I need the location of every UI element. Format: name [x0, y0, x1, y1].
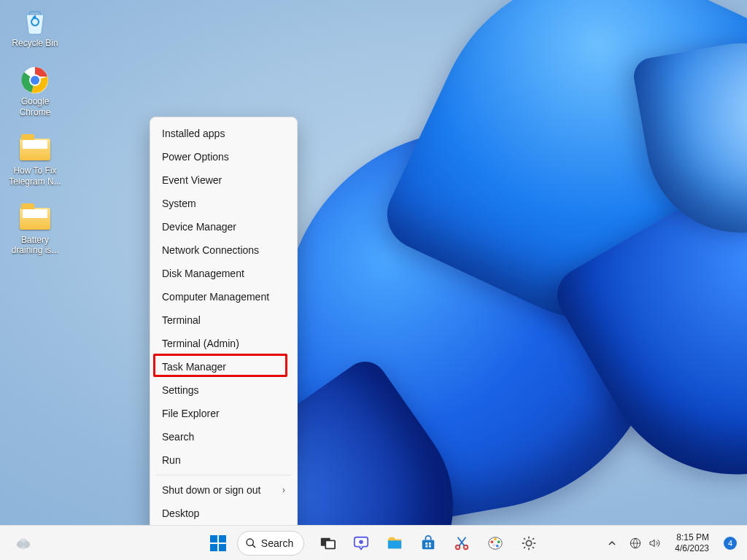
- taskbar-pin-microsoft-store[interactable]: [414, 529, 443, 558]
- notification-badge[interactable]: 4: [724, 537, 737, 550]
- menu-item-shutdown[interactable]: Shut down or sign out ›: [150, 478, 297, 502]
- snipping-tool-icon: [454, 535, 470, 551]
- menu-item-label: Terminal (Admin): [162, 338, 239, 349]
- widgets-button[interactable]: [9, 529, 38, 558]
- menu-item-event-viewer[interactable]: Event Viewer: [150, 168, 297, 192]
- windows-logo-icon: [210, 535, 226, 551]
- tray-date: 4/6/2023: [675, 543, 709, 553]
- menu-item-label: Terminal: [162, 314, 201, 326]
- menu-item-file-explorer[interactable]: File Explorer: [150, 402, 297, 425]
- menu-separator: [156, 475, 291, 475]
- menu-item-power-options[interactable]: Power Options: [150, 145, 297, 168]
- desktop-icon-label: Recycle Bin: [12, 38, 58, 48]
- svg-point-25: [498, 540, 500, 543]
- desktop-icon-folder-telegram[interactable]: How To Fix Telegram N...: [6, 133, 64, 187]
- svg-rect-17: [429, 545, 431, 547]
- tray-time: 8:15 PM: [675, 532, 709, 542]
- svg-rect-15: [429, 542, 431, 545]
- menu-item-label: Settings: [162, 384, 199, 396]
- menu-item-label: Device Manager: [162, 221, 236, 233]
- desktop-icon-label: How To Fix Telegram N...: [9, 166, 61, 187]
- task-view-button[interactable]: [313, 529, 342, 558]
- folder-icon: [19, 203, 51, 235]
- menu-item-label: Power Options: [162, 151, 229, 163]
- desktop-icon-label: Google Chrome: [20, 96, 51, 117]
- svg-point-27: [492, 543, 497, 546]
- winx-context-menu: Installed apps Power Options Event Viewe…: [150, 117, 298, 530]
- menu-item-label: Search: [162, 431, 194, 443]
- taskbar-pin-snipping-tool[interactable]: [447, 529, 476, 558]
- menu-item-device-manager[interactable]: Device Manager: [150, 215, 297, 238]
- volume-icon: [649, 537, 660, 549]
- desktop-icons: Recycle Bin Google Chrome How To Fix Tel…: [6, 6, 64, 256]
- taskbar-pin-chat[interactable]: [347, 529, 376, 558]
- menu-item-network-connections[interactable]: Network Connections: [150, 238, 297, 262]
- menu-item-settings[interactable]: Settings: [150, 378, 297, 402]
- menu-item-disk-management[interactable]: Disk Management: [150, 262, 297, 285]
- menu-item-desktop[interactable]: Desktop: [150, 502, 297, 525]
- taskbar-pin-settings[interactable]: [514, 529, 543, 558]
- weather-icon: [15, 535, 31, 551]
- svg-rect-13: [422, 540, 435, 549]
- menu-item-label: File Explorer: [162, 408, 220, 419]
- chevron-up-icon: [608, 539, 616, 548]
- svg-line-20: [460, 537, 466, 545]
- chat-icon: [353, 535, 369, 551]
- svg-point-2: [31, 76, 39, 85]
- taskbar: Search: [0, 525, 747, 560]
- menu-item-installed-apps[interactable]: Installed apps: [150, 122, 297, 145]
- notification-count: 4: [728, 539, 732, 548]
- menu-item-label: Shut down or sign out: [162, 484, 260, 496]
- svg-rect-9: [325, 540, 335, 548]
- chrome-icon: [19, 64, 51, 96]
- taskbar-search[interactable]: Search: [237, 531, 304, 556]
- svg-line-7: [252, 545, 255, 548]
- menu-item-system[interactable]: System: [150, 192, 297, 215]
- svg-point-4: [17, 541, 23, 548]
- menu-item-terminal-admin[interactable]: Terminal (Admin): [150, 332, 297, 355]
- tray-overflow-button[interactable]: [603, 529, 621, 558]
- svg-line-21: [458, 537, 465, 545]
- start-button[interactable]: [204, 529, 233, 558]
- taskbar-pin-paint[interactable]: [481, 529, 510, 558]
- menu-item-terminal[interactable]: Terminal: [150, 308, 297, 332]
- system-tray[interactable]: [625, 537, 665, 549]
- menu-item-label: Desktop: [162, 508, 199, 519]
- menu-item-label: System: [162, 198, 196, 209]
- menu-item-label: Computer Management: [162, 291, 269, 303]
- menu-item-label: Network Connections: [162, 244, 259, 256]
- menu-item-computer-management[interactable]: Computer Management: [150, 285, 297, 308]
- menu-item-task-manager[interactable]: Task Manager: [150, 355, 297, 378]
- menu-item-label: Task Manager: [162, 361, 226, 373]
- desktop-icon-chrome[interactable]: Google Chrome: [6, 64, 64, 117]
- taskbar-clock[interactable]: 8:15 PM 4/6/2023: [669, 529, 715, 556]
- wallpaper-bloom: [0, 0, 747, 560]
- svg-point-28: [527, 540, 532, 545]
- svg-point-5: [23, 541, 30, 548]
- taskbar-pin-file-explorer[interactable]: [380, 529, 409, 558]
- chevron-right-icon: ›: [282, 485, 285, 495]
- menu-item-label: Installed apps: [162, 128, 225, 139]
- recycle-bin-icon: [19, 6, 51, 38]
- folder-icon: [19, 133, 51, 166]
- network-icon: [630, 537, 641, 549]
- svg-point-6: [247, 539, 253, 545]
- search-icon: [245, 537, 257, 549]
- svg-point-11: [359, 540, 363, 544]
- svg-rect-16: [426, 545, 428, 547]
- microsoft-store-icon: [420, 535, 436, 551]
- menu-item-search[interactable]: Search: [150, 425, 297, 448]
- svg-point-26: [496, 544, 499, 547]
- desktop-icon-folder-battery[interactable]: Battery draining is...: [6, 203, 64, 256]
- svg-rect-12: [388, 540, 401, 548]
- menu-item-label: Disk Management: [162, 268, 244, 279]
- menu-item-label: Event Viewer: [162, 174, 222, 186]
- menu-item-run[interactable]: Run: [150, 448, 297, 472]
- svg-point-23: [491, 540, 494, 543]
- svg-point-24: [494, 537, 497, 540]
- file-explorer-icon: [387, 535, 403, 551]
- search-label: Search: [261, 537, 293, 549]
- desktop-icon-label: Battery draining is...: [12, 235, 59, 256]
- svg-rect-14: [426, 542, 428, 545]
- desktop-icon-recycle-bin[interactable]: Recycle Bin: [6, 6, 64, 48]
